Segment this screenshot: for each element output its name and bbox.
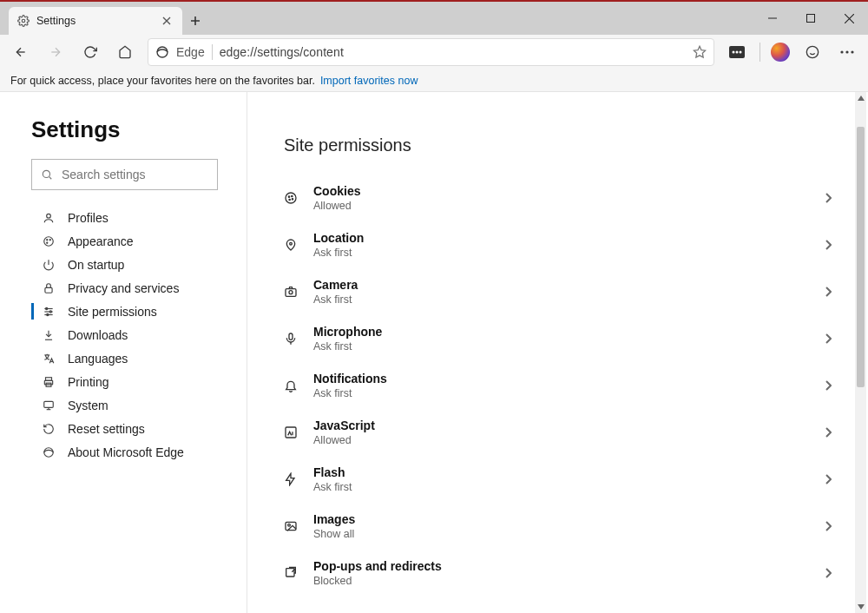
page-title: Site permissions bbox=[284, 135, 832, 155]
svg-rect-47 bbox=[286, 522, 296, 530]
minimize-button[interactable] bbox=[753, 2, 792, 35]
sidebar-item-languages[interactable]: Languages bbox=[31, 346, 220, 370]
new-tab-button[interactable] bbox=[182, 7, 208, 35]
svg-point-6 bbox=[736, 51, 739, 54]
svg-point-35 bbox=[44, 447, 54, 457]
svg-point-12 bbox=[845, 50, 848, 53]
sidebar-item-appearance[interactable]: Appearance bbox=[31, 229, 220, 253]
svg-rect-46 bbox=[286, 427, 296, 438]
scroll-down-arrow-icon[interactable] bbox=[855, 601, 866, 613]
settings-content: Settings Profiles Appearance On startup … bbox=[0, 92, 868, 613]
edge-icon bbox=[42, 445, 56, 459]
chevron-right-icon bbox=[825, 521, 832, 531]
svg-line-15 bbox=[49, 177, 52, 180]
permission-title: Microphone bbox=[313, 325, 809, 339]
svg-point-13 bbox=[851, 50, 853, 53]
sidebar-item-site-permissions[interactable]: Site permissions bbox=[31, 300, 220, 323]
feedback-icon[interactable] bbox=[800, 40, 825, 64]
sidebar-item-privacy[interactable]: Privacy and services bbox=[31, 276, 220, 300]
scrollbar[interactable] bbox=[855, 92, 866, 613]
permission-notifications[interactable]: NotificationsAsk first bbox=[284, 362, 832, 409]
sidebar-item-on-startup[interactable]: On startup bbox=[31, 253, 220, 276]
extension-button[interactable] bbox=[725, 40, 749, 64]
sidebar-item-label: Reset settings bbox=[68, 422, 145, 436]
svg-marker-3 bbox=[694, 46, 705, 57]
sidebar-item-downloads[interactable]: Downloads bbox=[31, 323, 220, 346]
sidebar-item-profiles[interactable]: Profiles bbox=[31, 206, 220, 229]
permission-status: Ask first bbox=[313, 387, 809, 399]
svg-point-19 bbox=[49, 239, 50, 240]
more-menu-button[interactable] bbox=[835, 40, 859, 64]
sidebar-item-label: Site permissions bbox=[68, 305, 157, 319]
chevron-right-icon bbox=[825, 240, 832, 250]
scrollbar-thumb[interactable] bbox=[857, 127, 865, 387]
sidebar-item-system[interactable]: System bbox=[31, 393, 220, 417]
profile-avatar[interactable] bbox=[771, 43, 790, 62]
sidebar-item-label: Downloads bbox=[68, 328, 128, 342]
window-controls bbox=[753, 2, 868, 35]
permission-title: Location bbox=[313, 231, 809, 245]
svg-point-14 bbox=[43, 170, 49, 177]
svg-point-43 bbox=[289, 291, 293, 294]
printer-icon bbox=[42, 375, 56, 389]
svg-point-0 bbox=[22, 19, 25, 23]
address-bar[interactable]: Edge edge://settings/content bbox=[148, 38, 714, 66]
permission-camera[interactable]: CameraAsk first bbox=[284, 268, 832, 315]
settings-search-input[interactable] bbox=[62, 168, 214, 181]
sidebar-item-label: System bbox=[68, 399, 108, 412]
settings-nav: Profiles Appearance On startup Privacy a… bbox=[31, 206, 220, 464]
svg-point-11 bbox=[840, 50, 843, 53]
scroll-up-arrow-icon[interactable] bbox=[855, 92, 866, 104]
sidebar-item-printing[interactable]: Printing bbox=[31, 370, 220, 393]
permission-title: Cookies bbox=[313, 184, 809, 198]
permission-popups[interactable]: Pop-ups and redirectsBlocked bbox=[284, 550, 832, 597]
chevron-right-icon bbox=[825, 193, 832, 203]
svg-point-8 bbox=[806, 46, 818, 57]
svg-point-37 bbox=[288, 196, 289, 197]
sidebar-item-label: Printing bbox=[68, 375, 108, 389]
permission-location[interactable]: LocationAsk first bbox=[284, 221, 832, 268]
permission-title: Camera bbox=[313, 278, 809, 292]
close-window-button[interactable] bbox=[830, 2, 868, 35]
permission-status: Allowed bbox=[313, 200, 809, 212]
home-button[interactable] bbox=[113, 40, 137, 64]
svg-point-2 bbox=[157, 47, 168, 57]
sidebar-item-about[interactable]: About Microsoft Edge bbox=[31, 440, 220, 464]
import-favorites-link[interactable]: Import favorites now bbox=[320, 75, 418, 87]
lock-icon bbox=[42, 281, 56, 295]
permission-microphone[interactable]: MicrophoneAsk first bbox=[284, 315, 832, 362]
svg-rect-32 bbox=[44, 401, 54, 407]
chevron-right-icon bbox=[825, 427, 832, 438]
maximize-button[interactable] bbox=[792, 2, 830, 35]
gear-icon bbox=[17, 15, 30, 27]
favorite-star-icon[interactable] bbox=[693, 45, 707, 59]
permission-flash[interactable]: FlashAsk first bbox=[284, 456, 832, 503]
language-icon bbox=[42, 352, 56, 366]
permission-images[interactable]: ImagesShow all bbox=[284, 503, 832, 550]
svg-point-38 bbox=[292, 195, 293, 196]
svg-rect-22 bbox=[45, 287, 52, 293]
sidebar-item-reset[interactable]: Reset settings bbox=[31, 417, 220, 440]
microphone-icon bbox=[284, 332, 298, 346]
permission-title: Pop-ups and redirects bbox=[313, 559, 809, 573]
refresh-button[interactable] bbox=[78, 40, 102, 64]
svg-rect-49 bbox=[286, 569, 294, 577]
svg-point-16 bbox=[47, 214, 51, 218]
permission-javascript[interactable]: JavaScriptAllowed bbox=[284, 409, 832, 456]
close-tab-button[interactable] bbox=[160, 14, 174, 28]
settings-search[interactable] bbox=[31, 159, 218, 190]
permission-status: Ask first bbox=[313, 293, 809, 306]
permission-status: Blocked bbox=[313, 575, 809, 587]
favorites-bar: For quick access, place your favorites h… bbox=[0, 69, 868, 92]
forward-button[interactable] bbox=[43, 40, 68, 64]
palette-icon bbox=[42, 234, 56, 248]
browser-tab[interactable]: Settings bbox=[9, 7, 182, 35]
url-text: edge://settings/content bbox=[220, 45, 344, 59]
sidebar-item-label: Profiles bbox=[68, 211, 108, 225]
permission-cookies[interactable]: CookiesAllowed bbox=[284, 175, 832, 221]
back-button[interactable] bbox=[9, 40, 33, 64]
browser-toolbar: Edge edge://settings/content bbox=[0, 35, 868, 69]
chevron-right-icon bbox=[825, 568, 832, 578]
tab-title: Settings bbox=[36, 15, 76, 27]
bell-icon bbox=[284, 379, 298, 392]
